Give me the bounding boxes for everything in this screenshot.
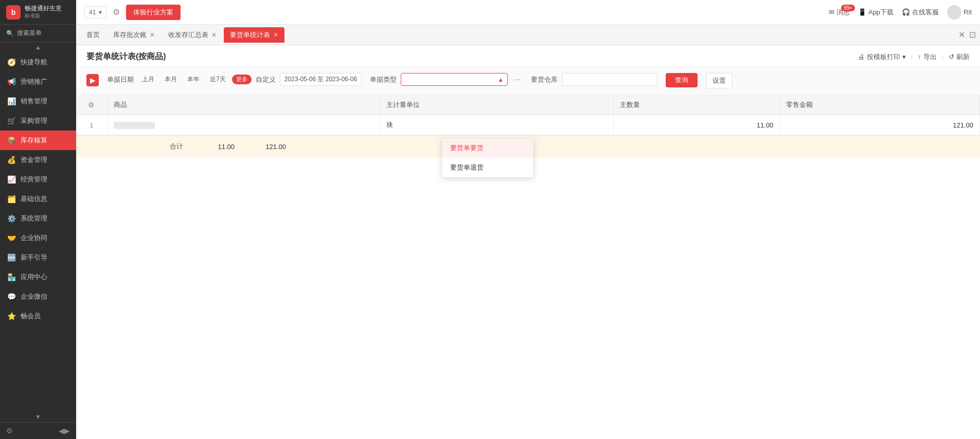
shortcut-this-year[interactable]: 本年 [183, 74, 204, 85]
sidebar-item-guide[interactable]: 🆕 新手引导 [0, 248, 76, 267]
nav-icon-member: ⭐ [6, 312, 16, 320]
footer-collapse-icon[interactable]: ◀▶ [59, 427, 70, 435]
tab-receive-summary[interactable]: 收发存汇总表 ✕ [162, 27, 223, 43]
nav-icon-ops: 📈 [6, 175, 16, 184]
date-label: 单据日期 [107, 75, 134, 84]
sidebar-scroll-down[interactable]: ▼ [0, 412, 76, 422]
print-template-btn[interactable]: 🖨 按模板打印 ▾ [858, 52, 906, 62]
user-avatar [947, 5, 961, 20]
sidebar-search[interactable]: 🔍 搜索菜单 [0, 25, 76, 42]
sidebar-item-system[interactable]: ⚙️ 系统管理 [0, 209, 76, 228]
messages-badge: 99+ [841, 5, 855, 11]
trial-button[interactable]: 体验行业方案 [126, 5, 181, 20]
row-retail: 121.00 [780, 115, 980, 135]
online-service-item[interactable]: 🎧 在线客服 [902, 8, 939, 17]
footer-retail: 121.00 [245, 143, 286, 151]
refresh-btn[interactable]: ↺ 刷新 [949, 52, 970, 62]
nav-label-wecom: 企业微信 [21, 292, 47, 301]
sidebar-item-appstore[interactable]: 🏪 应用中心 [0, 267, 76, 287]
sidebar-item-ops[interactable]: 📈 经营管理 [0, 170, 76, 189]
table-settings-icon[interactable]: ⚙ [88, 101, 95, 109]
sidebar-item-purchase[interactable]: 🛒 采购管理 [0, 111, 76, 131]
custom-label: 自定义 [256, 75, 276, 84]
sidebar-item-marketing[interactable]: 📢 营销推广 [0, 72, 76, 92]
row-index: 1 [76, 115, 107, 135]
sidebar-item-wecom[interactable]: 💬 企业微信 [0, 287, 76, 306]
warehouse-filter-group: 要货仓库 [531, 73, 657, 86]
tabs-close-all-icon[interactable]: ✕ [958, 30, 965, 40]
nav-icon-inventory: 📦 [6, 136, 16, 144]
page-header: 要货单统计表(按商品) 🖨 按模板打印 ▾ | ↑ 导出 | ↺ 刷新 [76, 45, 980, 67]
nav-label-appstore: 应用中心 [21, 272, 47, 282]
messages-item[interactable]: ✉ 消息 99+ [829, 8, 850, 17]
nav-icon-finance: 💰 [6, 156, 16, 164]
message-icon: ✉ [829, 8, 834, 16]
row-product [107, 115, 380, 135]
sidebar-item-sales[interactable]: 📊 销售管理 [0, 92, 76, 111]
print-dropdown-icon: ▾ [902, 53, 906, 61]
footer-settings-icon[interactable]: ⚙ [6, 427, 13, 435]
tab-order-stats-close[interactable]: ✕ [273, 31, 278, 39]
version-selector[interactable]: 41 ▾ [84, 6, 106, 19]
nav-label-base: 基础信息 [21, 194, 47, 204]
filter-expand-btn[interactable]: ▶ [86, 74, 99, 86]
warehouse-input[interactable] [562, 73, 657, 86]
print-icon: 🖨 [858, 53, 865, 61]
sidebar-item-collab[interactable]: 🤝 企业协同 [0, 228, 76, 248]
footer-label: 合计 [170, 142, 183, 151]
nav-label-guide: 新手引导 [21, 253, 47, 262]
sidebar-scroll-up[interactable]: ▲ [0, 42, 76, 52]
date-range-display: 2023-05-06 至 2023-06-06 [280, 73, 362, 86]
dropdown-item-1[interactable]: 要货单退货 [442, 158, 533, 177]
dropdown-item-0[interactable]: 要货单要货 [442, 138, 533, 158]
search-icon: 🔍 [6, 30, 14, 37]
topbar-settings-icon[interactable]: ⚙ [113, 7, 120, 17]
export-icon: ↑ [918, 53, 921, 61]
app-version: 标准版 [25, 12, 62, 20]
col-retail: 零售金额 [780, 95, 980, 115]
sidebar-item-inventory[interactable]: 📦 库存核算 [0, 131, 76, 150]
app-download-item[interactable]: 📱 App下载 [858, 8, 894, 17]
sidebar-search-label: 搜索菜单 [17, 29, 42, 38]
user-avatar-item[interactable]: Rit [947, 5, 972, 20]
shortcut-more[interactable]: 更多 [232, 75, 252, 84]
shortcut-7days[interactable]: 近7天 [206, 74, 230, 85]
sidebar-item-base[interactable]: 🗂️ 基础信息 [0, 189, 76, 209]
order-type-input[interactable] [401, 73, 508, 86]
order-type-label: 单据类型 [370, 75, 397, 84]
footer-quantity: 11.00 [193, 143, 235, 151]
sidebar-item-quick-nav[interactable]: 🧭 快捷导航 [0, 52, 76, 72]
tab-home[interactable]: 首页 [80, 27, 106, 43]
sidebar: b 畅捷通好生意 标准版 🔍 搜索菜单 ▲ 🧭 快捷导航 📢 营销推广 📊 销售… [0, 0, 76, 439]
sidebar-nav: 🧭 快捷导航 📢 营销推广 📊 销售管理 🛒 采购管理 📦 库存核算 💰 资金管… [0, 52, 76, 412]
date-shortcuts: 上月 本月 本年 近7天 更多 [138, 74, 252, 85]
nav-icon-guide: 🆕 [6, 253, 16, 262]
tab-home-label: 首页 [86, 30, 100, 40]
tabs-expand-icon[interactable]: ⊡ [969, 30, 976, 40]
tab-inventory-batch[interactable]: 库存批次账 ✕ [107, 27, 161, 43]
export-btn[interactable]: ↑ 导出 [918, 52, 937, 62]
topbar: 41 ▾ ⚙ 体验行业方案 ✉ 消息 99+ 📱 App下载 🎧 在线客服 R [76, 0, 980, 25]
sidebar-item-member[interactable]: ⭐ 畅会员 [0, 306, 76, 326]
order-type-select-wrap: ▲ [401, 73, 508, 86]
filter-settings-button[interactable]: 设置 [706, 73, 733, 88]
filter-more-btn[interactable]: ··· [512, 75, 523, 84]
sidebar-item-finance[interactable]: 💰 资金管理 [0, 150, 76, 170]
filter-bar: ▶ 单据日期 上月 本月 本年 近7天 更多 自定义 2023-05-06 至 … [76, 67, 980, 95]
order-type-filter-group: 单据类型 ▲ ··· [370, 73, 523, 86]
shortcut-last-month[interactable]: 上月 [138, 74, 158, 85]
sidebar-logo: b 畅捷通好生意 标准版 [0, 0, 76, 25]
tab-inventory-batch-close[interactable]: ✕ [150, 31, 155, 39]
shortcut-this-month[interactable]: 本月 [161, 74, 181, 85]
col-settings[interactable]: ⚙ [76, 95, 107, 115]
nav-icon-marketing: 📢 [6, 78, 16, 86]
sidebar-footer: ⚙ ◀▶ [0, 422, 76, 439]
col-quantity: 主数量 [614, 95, 780, 115]
tab-receive-summary-close[interactable]: ✕ [211, 31, 217, 39]
nav-label-finance: 资金管理 [21, 155, 47, 164]
nav-icon-purchase: 🛒 [6, 117, 16, 125]
query-button[interactable]: 查询 [666, 73, 698, 87]
tab-order-stats[interactable]: 要货单统计表 ✕ [224, 27, 284, 43]
nav-icon-appstore: 🏪 [6, 273, 16, 281]
nav-icon-sales: 📊 [6, 97, 16, 105]
